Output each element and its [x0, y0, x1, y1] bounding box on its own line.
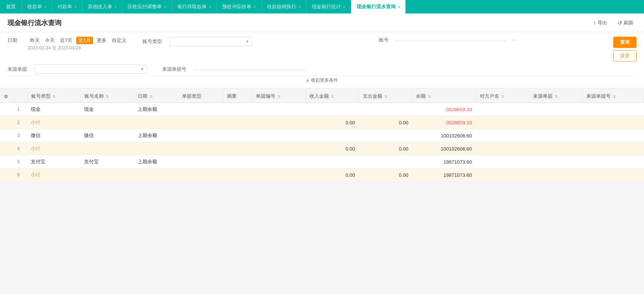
nav-tab-shoukuanxiaosao[interactable]: 收款核销执行 × [261, 0, 306, 13]
table-row[interactable]: 6 小计 0.00 0.00 19871073.60 [0, 169, 644, 182]
shortcut-yesterday[interactable]: 昨天 [29, 37, 41, 44]
row-account-type: 支付宝 [27, 155, 80, 169]
row-gear-cell [0, 155, 14, 169]
account-type-chevron-icon: ▾ [246, 39, 249, 44]
row-gear-cell [0, 103, 14, 116]
row-gear-cell [0, 169, 14, 182]
table-row[interactable]: 4 小计 0.00 0.00 100102606.60 [0, 142, 644, 155]
nav-tab-yinhangcuqukuan[interactable]: 银行存取款单 × [172, 0, 216, 13]
nav-tab-shoukuan[interactable]: 收款单 × [22, 0, 52, 13]
row-account-name: 微信 [80, 129, 134, 142]
row-account-name: 现金 [80, 103, 134, 116]
button-area: 查询 设置 [613, 37, 636, 61]
row-expense [359, 155, 412, 169]
row-source-doc-no [582, 129, 644, 142]
row-income [305, 129, 359, 142]
sort-counterparty-icon: ⇅ [501, 94, 504, 98]
table-row[interactable]: 5 支付宝 支付宝 上期余额 19871073.60 [0, 155, 644, 169]
shortcut-custom[interactable]: 自定义 [110, 37, 128, 44]
nav-tab-liushui[interactable]: 现金银行流水查询 × [351, 0, 405, 13]
sort-income-icon: ⇅ [331, 94, 334, 98]
row-index: 4 [14, 142, 27, 155]
account-more-icon[interactable]: ··· [510, 37, 519, 43]
row-balance: 19871073.60 [412, 169, 476, 182]
gear-icon[interactable]: ⚙ [4, 94, 8, 99]
table-row[interactable]: 3 微信 微信 上期余额 100102606.60 [0, 129, 644, 142]
nav-tab-fukuan[interactable]: 付款单 × [52, 0, 82, 13]
row-counterparty [476, 155, 529, 169]
row-counterparty [476, 129, 529, 142]
col-gear[interactable]: ⚙ [0, 90, 14, 103]
row-index: 1 [14, 103, 27, 116]
query-button[interactable]: 查询 [613, 37, 636, 48]
close-tab-shoukuan-icon[interactable]: × [44, 4, 47, 9]
col-account-name[interactable]: 账号名称 ⇅ [80, 90, 134, 103]
account-type-select[interactable]: ▾ [170, 37, 252, 46]
nav-tab-qitashouru[interactable]: 其他收入单 × [82, 0, 122, 13]
refresh-button[interactable]: ↺ 刷新 [615, 18, 636, 28]
row-expense: 0.00 [359, 142, 412, 155]
account-input[interactable] [395, 39, 507, 41]
row-summary [223, 155, 252, 169]
row-expense: 0.00 [359, 116, 412, 129]
nav-tab-yushou[interactable]: 预收冲应收单 × [216, 0, 261, 13]
shortcut-more[interactable]: 更多 [95, 37, 108, 44]
row-date [134, 169, 178, 182]
col-balance[interactable]: 余额 ⇅ [412, 90, 476, 103]
row-date: 上期余额 [134, 129, 178, 142]
nav-tab-xianjinyinhang[interactable]: 现金银行统计 × [306, 0, 351, 13]
filter-row-2: 来源单据 ▾ 来源单据号 [8, 64, 636, 74]
col-income[interactable]: 收入金额 ⇅ [305, 90, 359, 103]
row-account-type: 现金 [27, 103, 80, 116]
close-tab-shoukuanxiaosao-icon[interactable]: × [299, 4, 301, 9]
close-tab-liushui-icon[interactable]: × [398, 4, 400, 9]
sort-source-doc-icon: ⇅ [555, 94, 558, 98]
col-summary: 摘要 [223, 90, 252, 103]
row-counterparty [476, 103, 529, 116]
col-doc-no[interactable]: 单据编号 ⇅ [252, 90, 305, 103]
close-tab-yingshouyingfu-icon[interactable]: × [164, 4, 166, 9]
close-tab-xianjinyinhang-icon[interactable]: × [343, 4, 345, 9]
source-doc-chevron-icon: ▾ [141, 66, 144, 72]
collapse-filter-button[interactable]: ∧ 收起更多条件 [8, 75, 636, 85]
close-tab-fukuan-icon[interactable]: × [74, 4, 77, 9]
col-expense[interactable]: 支出金额 ⇅ [359, 90, 412, 103]
export-button[interactable]: ↑ 导出 [590, 18, 610, 28]
col-doc-type: 单据类型 [178, 90, 223, 103]
row-summary [223, 142, 252, 155]
nav-home[interactable]: 首页 [0, 0, 22, 13]
row-source-doc-no [582, 155, 644, 169]
row-balance: 100102606.60 [412, 129, 476, 142]
row-summary [223, 103, 252, 116]
shortcut-7days[interactable]: 近7天 [59, 37, 74, 44]
row-date: 上期余额 [134, 155, 178, 169]
row-account-name: 支付宝 [80, 155, 134, 169]
row-index: 5 [14, 155, 27, 169]
table-row[interactable]: 1 现金 现金 上期余额 -3528659.33 [0, 103, 644, 116]
row-counterparty [476, 142, 529, 155]
row-date [134, 142, 178, 155]
close-tab-yushou-icon[interactable]: × [254, 4, 256, 9]
close-tab-yinhangcuqukuan-icon[interactable]: × [209, 4, 211, 9]
table-header-row: ⚙ 账号类型 ⇅ 账号名称 ⇅ 日期 ⇅ 单据类型 [0, 90, 644, 103]
source-doc-num-input[interactable] [194, 68, 306, 70]
col-account-type[interactable]: 账号类型 ⇅ [27, 90, 80, 103]
date-range-display: 2023-02-24 至 2023-03-24 [28, 45, 81, 51]
col-source-doc-no[interactable]: 来源单据号 ⇅ [582, 90, 644, 103]
col-date[interactable]: 日期 ⇅ [134, 90, 178, 103]
row-doc-no [252, 169, 305, 182]
source-doc-select[interactable]: ▾ [35, 64, 147, 74]
shortcut-1month[interactable]: 近1月 [76, 37, 93, 44]
table-row[interactable]: 2 小计 0.00 0.00 -3528659.33 [0, 116, 644, 129]
table-area: ⚙ 账号类型 ⇅ 账号名称 ⇅ 日期 ⇅ 单据类型 [0, 90, 644, 182]
col-counterparty[interactable]: 对方户名 ⇅ [476, 90, 529, 103]
close-tab-qitashouru-icon[interactable]: × [114, 4, 117, 9]
col-source-doc[interactable]: 来源单据 ⇅ [529, 90, 582, 103]
sort-account-type-icon: ⇅ [53, 94, 56, 98]
row-summary [223, 116, 252, 129]
shortcut-today[interactable]: 今天 [44, 37, 56, 44]
nav-tab-yingshouyingfu[interactable]: 应收应付调整单 × [122, 0, 171, 13]
settings-button[interactable]: 设置 [613, 50, 636, 61]
row-doc-type [178, 142, 223, 155]
row-doc-no [252, 142, 305, 155]
